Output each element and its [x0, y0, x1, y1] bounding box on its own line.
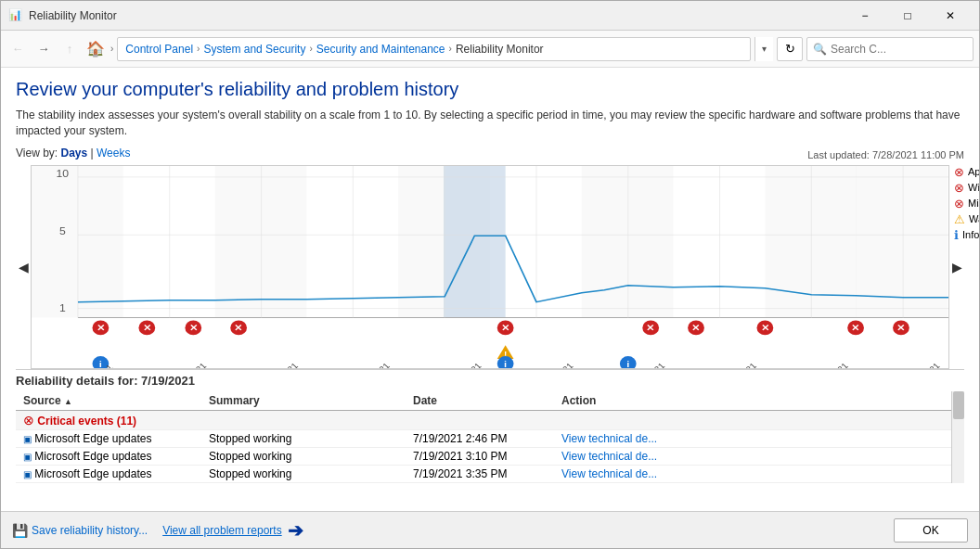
scrollbar-thumb[interactable]: [953, 391, 964, 419]
bottom-bar: 💾 Save reliability history... View all p…: [1, 511, 979, 548]
critical-icon: ⊗: [23, 413, 34, 428]
information-icon: ℹ: [954, 228, 959, 242]
chart-wrapper: ◀ 1: [16, 165, 964, 369]
ok-button[interactable]: OK: [894, 518, 968, 543]
details-section: Reliability details for: 7/19/2021 Sourc…: [16, 369, 964, 511]
svg-rect-1: [32, 166, 123, 318]
address-bar: ← → ↑ 🏠 › Control Panel › System and Sec…: [1, 31, 979, 68]
forward-button[interactable]: →: [32, 38, 55, 60]
date-cell: 7/19/2021 3:35 PM: [406, 465, 554, 482]
action-cell: View technical de...: [554, 447, 964, 465]
windows-failures-icon: ⊗: [954, 181, 964, 195]
refresh-button[interactable]: ↻: [777, 37, 803, 61]
svg-text:✕: ✕: [143, 323, 151, 333]
last-updated: Last updated: 7/28/2021 11:00 PM: [807, 149, 964, 160]
svg-rect-2: [215, 166, 307, 318]
summary-cell: Stopped working: [201, 429, 406, 447]
legend-windows-failures: ⊗ Windows failures: [954, 181, 979, 195]
chart-nav-left[interactable]: ◀: [16, 165, 31, 369]
app-icon: ▣: [23, 469, 32, 479]
svg-text:5: 5: [59, 225, 66, 236]
view-weeks-link[interactable]: Weeks: [97, 147, 130, 160]
svg-text:✕: ✕: [761, 323, 769, 333]
source-cell: ▣ Microsoft Edge updates: [16, 429, 201, 447]
svg-text:10: 10: [57, 168, 70, 178]
legend-warnings: ⚠ Warnings: [954, 212, 979, 226]
chart-svg: 10 5 1: [32, 166, 948, 368]
search-input[interactable]: [831, 43, 970, 56]
col-header-source[interactable]: Source ▲: [16, 391, 201, 411]
table-row[interactable]: ▣ Microsoft Edge updates Stopped working…: [16, 465, 964, 482]
svg-text:✕: ✕: [896, 323, 905, 333]
folder-icon: 🏠: [86, 40, 105, 57]
summary-cell: Stopped working: [201, 465, 406, 482]
scrollbar[interactable]: [951, 391, 964, 483]
svg-text:i: i: [504, 358, 507, 367]
legend-misc-failures: ⊗ Miscellaneous failures: [954, 197, 979, 211]
details-table-container[interactable]: Source ▲ Summary Date Action: [16, 391, 964, 483]
bottom-left: 💾 Save reliability history... View all p…: [12, 519, 303, 542]
close-button[interactable]: ✕: [929, 2, 972, 30]
legend-information: ℹ Information: [954, 228, 979, 242]
details-header: Reliability details for: 7/19/2021: [16, 370, 964, 391]
view-reports-link[interactable]: View all problem reports: [162, 524, 282, 537]
action-cell: View technical de...: [554, 429, 964, 447]
source-cell: ▣ Microsoft Edge updates: [16, 447, 201, 465]
breadcrumb-bar: Control Panel › System and Security › Se…: [117, 37, 751, 61]
svg-text:✕: ✕: [851, 323, 859, 333]
action-link[interactable]: View technical de...: [561, 467, 657, 480]
minimize-button[interactable]: −: [844, 2, 886, 30]
svg-text:1: 1: [59, 302, 66, 313]
date-cell: 7/19/2021 3:10 PM: [406, 447, 554, 465]
breadcrumb-security-maintenance[interactable]: Security and Maintenance: [316, 43, 445, 56]
warnings-icon: ⚠: [954, 212, 965, 226]
breadcrumb-control-panel[interactable]: Control Panel: [125, 43, 193, 56]
view-by: View by: Days | Weeks: [16, 147, 130, 160]
breadcrumb-dropdown[interactable]: ▾: [754, 37, 773, 61]
date-cell: 7/19/2021 2:46 PM: [406, 429, 554, 447]
page-title: Review your computer's reliability and p…: [16, 79, 964, 100]
col-header-date[interactable]: Date: [406, 391, 554, 411]
save-reliability-link[interactable]: 💾 Save reliability history...: [12, 523, 148, 538]
app-icon: ▣: [23, 434, 32, 444]
up-button[interactable]: ↑: [58, 38, 81, 60]
svg-text:✕: ✕: [501, 323, 509, 333]
chart-area: 10 5 1: [31, 165, 949, 369]
app-failures-icon: ⊗: [954, 165, 964, 179]
window-icon: 📊: [8, 8, 23, 23]
svg-rect-7: [444, 166, 506, 318]
chart-main: 10 5 1: [31, 165, 949, 369]
table-row[interactable]: ▣ Microsoft Edge updates Stopped working…: [16, 429, 964, 447]
chart-legend: ⊗ Application failures ⊗ Windows failure…: [954, 165, 979, 244]
save-icon: 💾: [12, 523, 28, 538]
action-cell: View technical de...: [554, 465, 964, 482]
source-cell: ▣ Microsoft Edge updates: [16, 465, 201, 482]
title-bar-controls: − □ ✕: [844, 2, 972, 30]
title-bar: 📊 Reliability Monitor − □ ✕: [1, 1, 979, 31]
arrow-indicator: ➔: [288, 519, 303, 542]
svg-text:✕: ✕: [691, 323, 700, 333]
view-days-link[interactable]: Days: [60, 147, 87, 160]
search-bar: 🔍: [806, 37, 974, 61]
svg-text:✕: ✕: [234, 323, 242, 333]
search-icon: 🔍: [813, 43, 827, 56]
summary-cell: Stopped working: [201, 447, 406, 465]
main-content: Review your computer's reliability and p…: [1, 68, 979, 511]
critical-events-row[interactable]: ⊗ Critical events (11): [16, 410, 964, 429]
svg-text:✕: ✕: [646, 323, 654, 333]
maximize-button[interactable]: □: [886, 2, 929, 30]
back-button[interactable]: ←: [6, 38, 29, 60]
breadcrumb-system-security[interactable]: System and Security: [203, 43, 305, 56]
action-link[interactable]: View technical de...: [561, 450, 657, 463]
col-header-summary[interactable]: Summary: [201, 391, 406, 411]
svg-text:✕: ✕: [97, 323, 105, 333]
critical-label: Critical events (11): [37, 415, 136, 428]
action-link[interactable]: View technical de...: [561, 432, 657, 445]
legend-app-failures: ⊗ Application failures: [954, 165, 979, 179]
table-row[interactable]: ▣ Microsoft Edge updates Stopped working…: [16, 447, 964, 465]
view-reports-container: View all problem reports ➔: [162, 519, 303, 542]
reliability-monitor-window: 📊 Reliability Monitor − □ ✕ ← → ↑ 🏠 › Co…: [0, 0, 980, 549]
page-description: The stability index assesses your system…: [16, 108, 964, 139]
col-header-action[interactable]: Action: [554, 391, 964, 411]
svg-rect-6: [856, 166, 948, 318]
